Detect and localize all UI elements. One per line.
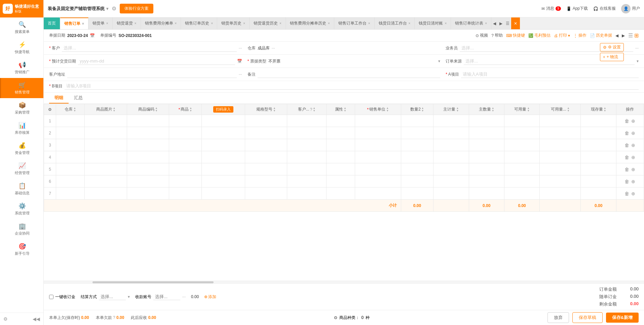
tab-next[interactable]: ▶ bbox=[498, 17, 504, 29]
customer-more-icon[interactable]: ··· bbox=[239, 46, 242, 50]
tab-close-all[interactable]: ✕ bbox=[511, 17, 520, 29]
scan-button[interactable]: 扫码录入 bbox=[213, 106, 233, 113]
tab-menu[interactable]: ☰ bbox=[504, 17, 511, 29]
sidebar-item-quicknav[interactable]: ⚡ 快捷导航 bbox=[0, 38, 43, 58]
tab-sales-order[interactable]: 销售订单 × bbox=[60, 17, 88, 29]
add-button[interactable]: ⊕ 添加 bbox=[204, 294, 216, 300]
customer-address-input[interactable] bbox=[67, 71, 237, 78]
row-delete-btn[interactable]: 🗑 bbox=[624, 167, 629, 172]
tab-close-icon[interactable]: × bbox=[368, 22, 370, 25]
tab-close-icon[interactable]: × bbox=[328, 22, 330, 25]
salesperson-more-icon[interactable]: ··· bbox=[635, 46, 639, 50]
one-click-checkbox-input[interactable] bbox=[49, 295, 53, 299]
discard-button[interactable]: 放弃 bbox=[547, 312, 569, 323]
sidebar-item-enterprise[interactable]: 🏢 企业协同 bbox=[0, 219, 43, 239]
b-project-input[interactable] bbox=[65, 82, 639, 90]
tab-close-icon[interactable]: × bbox=[279, 22, 281, 25]
row-delete-btn[interactable]: 🗑 bbox=[624, 143, 629, 148]
row-delete-btn[interactable]: 🗑 bbox=[624, 191, 629, 196]
tab-close-icon[interactable]: × bbox=[409, 22, 411, 25]
tab-sales-refund-history[interactable]: 销货退货历史 × bbox=[250, 17, 286, 29]
tab-sales-order-workbench[interactable]: 销售订单工作台 × bbox=[334, 17, 375, 29]
sidebar-item-basicinfo[interactable]: 📋 基础信息 bbox=[0, 179, 43, 199]
account-input[interactable] bbox=[153, 293, 180, 300]
warehouse-more-icon[interactable]: ··· bbox=[272, 46, 275, 50]
sidebar-item-sales[interactable]: 🛒 销售管理 bbox=[0, 78, 43, 98]
sidebar-item-purchase[interactable]: 📦 采购管理 bbox=[0, 98, 43, 118]
settings-floating-btn[interactable]: ⚙ ⚙ 设置 bbox=[600, 43, 624, 51]
row-delete-btn[interactable]: 🗑 bbox=[624, 179, 629, 184]
layout-grid-icon[interactable]: ⊞ bbox=[634, 32, 639, 39]
sidebar-item-operations[interactable]: 📈 经营管理 bbox=[0, 159, 43, 179]
tab-close-icon[interactable]: × bbox=[243, 22, 245, 25]
sidebar-item-inventory[interactable]: 📊 库存核算 bbox=[0, 118, 43, 138]
solution-button[interactable]: 体验行业方案 bbox=[120, 4, 153, 13]
tab-sales-refund[interactable]: 销货退货 × bbox=[113, 17, 141, 29]
row-copy-btn[interactable]: ⊕ bbox=[631, 179, 635, 184]
tab-sales-order-history[interactable]: 销售订单历史 × bbox=[181, 17, 217, 29]
profit-btn[interactable]: 💹 毛利预估 bbox=[528, 33, 551, 38]
payment-dropdown-icon[interactable]: ▾ bbox=[128, 294, 130, 299]
tab-close-icon[interactable]: × bbox=[211, 22, 213, 25]
shortcut-btn[interactable]: ⌨ 快捷键 bbox=[506, 33, 525, 38]
sidebar-item-finance[interactable]: 💰 资金管理 bbox=[0, 138, 43, 159]
operations-btn[interactable]: ⋮ 操作 bbox=[573, 33, 586, 38]
tab-close-icon[interactable]: × bbox=[135, 22, 137, 25]
delivery-date-input[interactable] bbox=[78, 57, 235, 65]
tab-cash-daily-clear[interactable]: 钱货日清工作台 × bbox=[375, 17, 415, 29]
invoice-type-dropdown-icon[interactable]: ▾ bbox=[438, 59, 440, 64]
help-btn[interactable]: ? 帮助 bbox=[491, 33, 503, 38]
tab-close-icon[interactable]: × bbox=[485, 22, 487, 25]
topbar-settings-icon[interactable]: ⚙ bbox=[112, 5, 116, 12]
row-delete-btn[interactable]: 🗑 bbox=[624, 130, 629, 136]
tab-sales-order-stats[interactable]: 销售订单统计表 × bbox=[451, 17, 491, 29]
settings-bottom-icon[interactable]: ⚙ bbox=[3, 316, 8, 322]
delivery-calendar-icon[interactable]: 📅 bbox=[237, 59, 242, 64]
view-btn[interactable]: ⊙ 视频 bbox=[476, 33, 488, 38]
notes-input[interactable] bbox=[258, 71, 441, 78]
tab-close-icon[interactable]: × bbox=[82, 22, 84, 26]
calendar-icon[interactable]: 📅 bbox=[90, 33, 95, 38]
tab-sales-expense-split[interactable]: 销售费用分摊单 × bbox=[141, 17, 181, 29]
row-copy-btn[interactable]: ⊕ bbox=[631, 191, 635, 196]
tab-close-icon[interactable]: × bbox=[445, 22, 447, 25]
tab-close-icon[interactable]: × bbox=[175, 22, 177, 25]
sidebar-item-marketing[interactable]: 📢 营销推广 bbox=[0, 58, 43, 78]
tab-sales-expense-history[interactable]: 销售费用分摊单历史 × bbox=[286, 17, 334, 29]
row-delete-btn[interactable]: 🗑 bbox=[624, 118, 629, 124]
save-new-button[interactable]: 保存&新增 bbox=[606, 313, 639, 323]
system-dropdown-icon[interactable]: ▾ bbox=[106, 6, 108, 11]
online-service-button[interactable]: 🎧 在线客服 bbox=[593, 6, 616, 11]
row-delete-btn[interactable]: 🗑 bbox=[624, 155, 629, 160]
tab-sales-return[interactable]: 销货单 × bbox=[88, 17, 113, 29]
layout-list-icon[interactable]: ☰ bbox=[628, 32, 633, 39]
th-settings[interactable]: ⚙ bbox=[44, 104, 56, 115]
address-more-icon[interactable]: ··· bbox=[239, 72, 242, 77]
app-download-button[interactable]: 📱 App下载 bbox=[566, 6, 588, 11]
detail-tab-detail[interactable]: 明细 bbox=[49, 93, 69, 104]
table-scrollbar[interactable] bbox=[44, 281, 644, 283]
user-menu[interactable]: 👤 用户 bbox=[621, 4, 640, 13]
tab-prev[interactable]: ◀ bbox=[491, 17, 498, 29]
detail-tab-summary[interactable]: 汇总 bbox=[69, 93, 88, 104]
one-click-checkbox[interactable]: 一键收订金 bbox=[49, 294, 75, 300]
row-copy-btn[interactable]: ⊕ bbox=[631, 143, 635, 148]
tab-sales-return-history[interactable]: 销货单历史 × bbox=[217, 17, 250, 29]
sidebar-item-system[interactable]: ⚙️ 系统管理 bbox=[0, 199, 43, 219]
message-button[interactable]: ✉ 消息 9 bbox=[541, 6, 561, 11]
print-btn[interactable]: 🖨 打印 ▾ bbox=[554, 33, 570, 38]
tab-home[interactable]: 首页 bbox=[44, 17, 60, 29]
tab-close-icon[interactable]: × bbox=[106, 22, 108, 25]
row-copy-btn[interactable]: ⊕ bbox=[631, 130, 635, 136]
row-copy-btn[interactable]: ⊕ bbox=[631, 167, 635, 172]
order-source-dropdown-icon[interactable]: ▾ bbox=[637, 59, 639, 64]
sidebar-item-search[interactable]: 🔍 搜索菜单 bbox=[0, 17, 43, 38]
row-copy-btn[interactable]: ⊕ bbox=[631, 155, 635, 160]
customer-input[interactable] bbox=[62, 44, 237, 52]
save-draft-button[interactable]: 保存草稿 bbox=[572, 312, 603, 323]
account-more-icon[interactable]: ··· bbox=[182, 294, 186, 299]
logistics-floating-btn[interactable]: + + 物流 bbox=[600, 53, 624, 61]
tab-cash-daily-reconcile[interactable]: 钱货日清对账 × bbox=[415, 17, 451, 29]
sidebar-item-guide[interactable]: 🎯 新手引导 bbox=[0, 239, 43, 259]
nav-next-icon[interactable]: ▶ bbox=[622, 33, 625, 38]
